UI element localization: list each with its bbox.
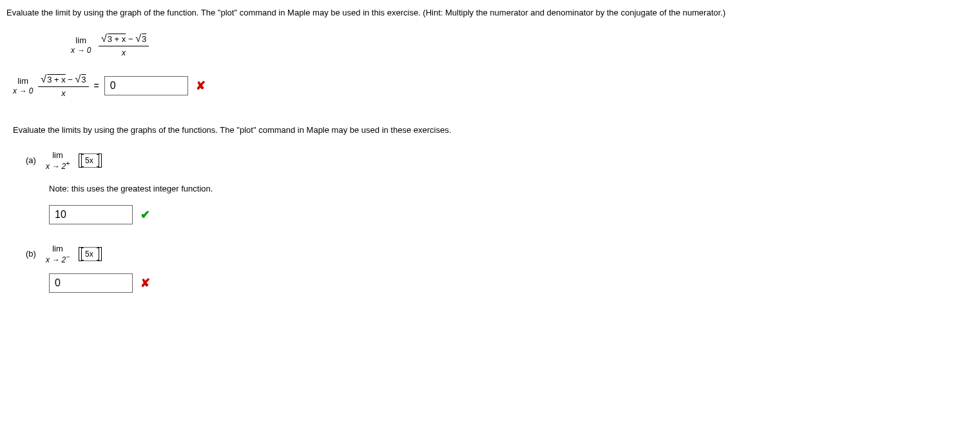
q2b-answer-input[interactable] xyxy=(49,273,133,293)
lim-label: lim xyxy=(17,76,28,86)
denominator: x xyxy=(38,87,88,98)
lim-label: lim xyxy=(75,35,86,45)
part-a-label: (a) xyxy=(26,155,36,165)
incorrect-icon: ✘ xyxy=(196,79,206,93)
q2-part-a: (a) lim x → 2+ xyxy=(26,150,974,171)
q1-answer-row: lim x → 0 √3 + x − √3 x = ✘ xyxy=(13,74,974,98)
numerator: √3 + x − √3 xyxy=(38,74,88,87)
right-double-bracket-icon xyxy=(98,153,102,168)
q1-limit-display: lim x → 0 √3 + x − √3 x xyxy=(71,33,974,57)
lim-label: lim xyxy=(52,150,63,160)
lim-approach: x → 0 xyxy=(13,86,33,95)
equals-sign: = xyxy=(94,81,99,91)
floor-expression xyxy=(79,153,102,168)
denominator: x xyxy=(99,46,149,57)
correct-icon: ✔ xyxy=(140,208,150,222)
q1-prompt: Evaluate the limit by using the graph of… xyxy=(6,6,974,20)
part-b-label: (b) xyxy=(26,249,36,259)
numerator: √3 + x − √3 xyxy=(99,33,149,46)
q2-part-b: (b) lim x → 2− xyxy=(26,244,974,264)
left-double-bracket-icon xyxy=(79,153,82,168)
q1-answer-input[interactable] xyxy=(104,76,188,95)
lim-approach: x → 0 xyxy=(71,46,91,55)
lim-label: lim xyxy=(52,244,63,253)
q2b-answer-row: ✘ xyxy=(49,273,974,293)
q2a-note: Note: this uses the greatest integer fun… xyxy=(49,184,974,193)
incorrect-icon: ✘ xyxy=(140,276,150,290)
lim-approach: x → 2+ xyxy=(46,162,70,171)
q2a-answer-row: ✔ xyxy=(49,205,974,224)
lim-approach: x → 2− xyxy=(46,255,70,264)
left-double-bracket-icon xyxy=(79,247,82,261)
q2-prompt: Evaluate the limits by using the graphs … xyxy=(13,124,974,137)
right-double-bracket-icon xyxy=(98,247,102,261)
q2a-answer-input[interactable] xyxy=(49,205,133,224)
floor-expression xyxy=(79,247,102,261)
